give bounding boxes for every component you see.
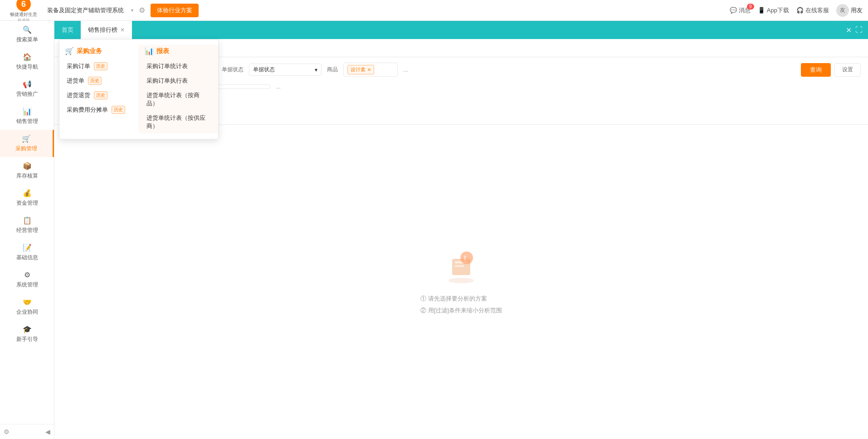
sidebar-item-operation[interactable]: 📋 经营管理 <box>0 212 54 239</box>
purchase-icon: 🛒 <box>22 134 31 143</box>
menu-item-inbound-stats-supplier[interactable]: 进货单统计表（按供应商） <box>145 111 213 133</box>
history-badge-1: 历史 <box>88 77 102 85</box>
sales-icon: 📊 <box>23 107 32 116</box>
sidebar-item-guide[interactable]: 🎓 新手引导 <box>0 321 54 348</box>
sidebar-item-inventory[interactable]: 📦 库存核算 <box>0 157 54 184</box>
sidebar-bottom: ⚙ ◀ <box>0 424 54 439</box>
menu-item-expense[interactable]: 采购费用分摊单 历史 <box>65 103 133 117</box>
menu-item-return-label: 进货退货 <box>67 91 90 99</box>
empty-tip-1: 请先选择要分析的方案 <box>420 293 502 305</box>
menu-item-inbound[interactable]: 进货单 历史 <box>65 74 133 88</box>
empty-illustration: ! <box>443 248 479 286</box>
top-bar-left: 6 畅捷通好生意 标准版 装备及固定资产辅助管理系统 ▾ ⚙ 体验行业方案 <box>5 0 199 24</box>
logo-text: 畅捷通好生意 <box>10 11 37 18</box>
tab-expand-icon[interactable]: ⛶ <box>855 26 863 34</box>
history-badge-3: 历史 <box>112 106 125 114</box>
system-dropdown-arrow[interactable]: ▾ <box>131 8 133 13</box>
tab-bar-actions: ✕ ⛶ <box>846 26 868 35</box>
message-badge: 9 <box>747 4 754 10</box>
menu-item-inbound-stats-supplier-label: 进货单统计表（按供应商） <box>146 114 211 130</box>
user-item[interactable]: 友 用友 <box>836 4 863 17</box>
goods-label: 商品 <box>327 66 338 74</box>
menu-item-inbound-stats-goods[interactable]: 进货单统计表（按商品） <box>145 88 213 111</box>
basic-icon: 📝 <box>23 243 32 252</box>
tab-sales-rank[interactable]: 销售排行榜 ✕ <box>81 21 132 39</box>
system-title: 装备及固定资产辅助管理系统 <box>47 6 124 15</box>
menu-item-inbound-label: 进货单 <box>67 77 84 85</box>
svg-point-4 <box>460 252 473 264</box>
tab-home[interactable]: 首页 <box>54 21 81 39</box>
sidebar-item-search[interactable]: 🔍 搜索菜单 <box>0 21 54 48</box>
action-buttons: 查询 设置 <box>801 63 861 77</box>
sidebar-item-system[interactable]: ⚙ 系统管理 <box>0 266 54 293</box>
message-icon: 💬 <box>730 7 737 14</box>
marketing-icon: 📢 <box>23 80 32 89</box>
app-download-item[interactable]: 📱 App下载 <box>758 6 789 15</box>
tab-close-all-icon[interactable]: ✕ <box>846 26 852 35</box>
salesman-dots[interactable]: ... <box>276 83 281 90</box>
menu-item-inbound-stats-goods-label: 进货单统计表（按商品） <box>146 91 211 108</box>
enterprise-icon: 🤝 <box>23 298 32 306</box>
query-btn[interactable]: 查询 <box>801 63 831 77</box>
goods-dots[interactable]: ... <box>403 66 408 73</box>
online-service-item[interactable]: 🎧 在线客服 <box>796 6 829 15</box>
settings-icon[interactable]: ⚙ <box>139 6 145 15</box>
system-icon: ⚙ <box>24 271 30 279</box>
history-badge-2: 历史 <box>94 91 107 99</box>
sidebar-item-capital[interactable]: 💰 资金管理 <box>0 184 54 212</box>
purchase-menu-header-label: 采购业务 <box>77 47 102 55</box>
sidebar-item-enterprise-label: 企业协同 <box>16 308 38 316</box>
menu-item-order-stats-label: 采购订单统计表 <box>146 62 188 70</box>
message-item[interactable]: 💬 消息 9 <box>730 6 751 15</box>
goods-tag-close[interactable]: ✕ <box>367 67 371 72</box>
tab-bar: 首页 销售排行榜 ✕ ✕ ⛶ <box>54 21 868 39</box>
menu-col-purchase-header: 🛒 采购业务 <box>65 45 133 59</box>
menu-item-purchase-order-label: 采购订单 <box>67 62 90 70</box>
tab-close-icon[interactable]: ✕ <box>120 27 125 33</box>
menu-col-report: 📊 报表 采购订单统计表 采购订单执行表 进货单统计表（按商品） 进货单统计表（… <box>139 45 219 133</box>
sidebar-item-enterprise[interactable]: 🤝 企业协同 <box>0 293 54 321</box>
menu-item-purchase-order[interactable]: 采购订单 历史 <box>65 59 133 74</box>
sidebar-item-basic[interactable]: 📝 基础信息 <box>0 239 54 266</box>
menu-item-order-exec[interactable]: 采购订单执行表 <box>145 74 213 88</box>
sidebar-item-purchase[interactable]: 🛒 采购管理 <box>0 130 54 157</box>
menu-col-report-header: 📊 报表 <box>145 45 213 59</box>
sidebar-item-capital-label: 资金管理 <box>16 199 38 207</box>
top-bar: 6 畅捷通好生意 标准版 装备及固定资产辅助管理系统 ▾ ⚙ 体验行业方案 💬 … <box>0 0 868 21</box>
avatar-text: 友 <box>840 6 845 14</box>
sidebar-item-guide-label: 新手引导 <box>16 335 38 343</box>
report-menu-icon: 📊 <box>145 47 154 55</box>
phone-icon: 📱 <box>758 7 765 14</box>
app-download-label: App下载 <box>767 6 789 15</box>
sidebar-item-sales[interactable]: 📊 销售管理 <box>0 103 54 130</box>
industry-btn[interactable]: 体验行业方案 <box>151 4 199 17</box>
sidebar-collapse-btn[interactable]: ◀ <box>45 428 50 435</box>
status-select[interactable]: 单据状态 ▾ <box>249 64 322 76</box>
sidebar-item-operation-label: 经营管理 <box>16 227 38 234</box>
history-badge-0: 历史 <box>94 62 107 70</box>
sidebar-item-basic-label: 基础信息 <box>16 254 38 261</box>
menu-item-order-exec-label: 采购订单执行表 <box>146 77 188 85</box>
sidebar-item-quick-nav[interactable]: 🏠 快捷导航 <box>0 48 54 75</box>
svg-point-0 <box>449 278 474 283</box>
menu-item-return[interactable]: 进货退货 历史 <box>65 88 133 103</box>
menu-item-expense-label: 采购费用分摊单 <box>67 106 108 114</box>
tab-sales-rank-label: 销售排行榜 <box>88 26 117 34</box>
sidebar-item-marketing[interactable]: 📢 营销推广 <box>0 75 54 103</box>
set-btn[interactable]: 设置 <box>834 63 861 77</box>
logo-area: 6 畅捷通好生意 标准版 <box>5 0 42 24</box>
inventory-icon: 📦 <box>23 162 32 170</box>
menu-item-order-stats[interactable]: 采购订单统计表 <box>145 59 213 74</box>
sidebar-settings-btn[interactable]: ⚙ <box>4 428 10 435</box>
home-icon: 🏠 <box>23 53 32 61</box>
headset-icon: 🎧 <box>796 7 804 14</box>
sidebar-item-sales-label: 销售管理 <box>16 118 38 125</box>
guide-icon: 🎓 <box>23 325 32 334</box>
sidebar-item-system-label: 系统管理 <box>16 281 38 289</box>
svg-text:!: ! <box>464 254 466 261</box>
dropdown-menu: 🛒 采购业务 采购订单 历史 进货单 历史 进货退货 历史 采购费用分摊单 历史… <box>59 39 219 139</box>
goods-input[interactable]: 设计素 ✕ <box>343 63 398 77</box>
user-label: 用友 <box>851 6 863 15</box>
purchase-menu-icon: 🛒 <box>65 47 74 55</box>
sidebar: 🔍 搜索菜单 🏠 快捷导航 📢 营销推广 📊 销售管理 🛒 采购管理 📦 <box>0 21 54 439</box>
